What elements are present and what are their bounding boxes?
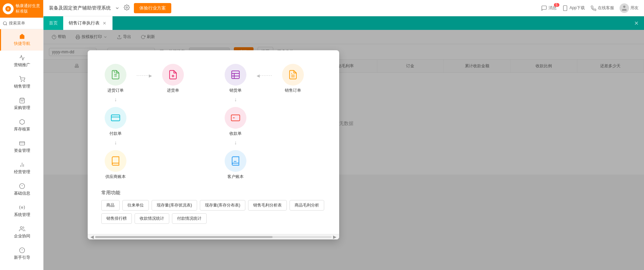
app-download-item[interactable]: App下载 [562, 5, 585, 11]
sidebar-item-base-info[interactable]: 基础信息 [0, 179, 43, 200]
sidebar-item-quick-nav[interactable]: 快捷导航 [0, 29, 43, 51]
flow-node-sales-order[interactable]: 销售订单 [279, 60, 307, 97]
scrollbar-track[interactable] [95, 236, 332, 238]
tab-home-label: 首页 [49, 20, 58, 26]
modal-scrollbar: ◀ ▶ [88, 234, 339, 239]
svg-point-21 [623, 5, 626, 8]
sidebar-item-enterprise[interactable]: 企业协同 [0, 222, 43, 243]
modal-content: 进货订单 ↓ 付款单 [88, 50, 339, 234]
user-name: 用友 [630, 5, 639, 11]
func-btn-3[interactable]: 现存量(库存分布表) [200, 200, 245, 211]
svg-point-18 [126, 7, 128, 8]
func-btn-4[interactable]: 销售毛利分析表 [248, 200, 287, 211]
func-btn-0[interactable]: 商品 [101, 200, 120, 211]
sidebar-item-label: 系统管理 [14, 212, 30, 218]
content-area: 帮助 按模板打印 导出 刷新 ~ [43, 30, 644, 270]
sidebar-item-label: 基础信息 [14, 191, 30, 196]
scrollbar-thumb[interactable] [95, 236, 273, 238]
user-avatar [620, 3, 629, 13]
flow-node-purchase-order[interactable]: 进货订单 [101, 60, 130, 97]
main-area: 装备及固定资产辅助管理系统 体验行业方案 5 消息 App下载 [43, 0, 644, 270]
svg-rect-19 [563, 5, 567, 11]
sidebar-item-label: 资金管理 [14, 148, 30, 154]
sidebar-item-label: 快捷导航 [14, 41, 30, 47]
flow-node-payment[interactable]: 付款单 [101, 104, 130, 140]
svg-point-15 [21, 207, 23, 209]
tab-bar-close[interactable]: ✕ [629, 20, 644, 26]
user-avatar-item[interactable]: 用友 [620, 3, 639, 13]
sidebar-item-business[interactable]: 经营管理 [0, 158, 43, 179]
sidebar-item-label: 销售管理 [14, 84, 30, 89]
func-btn-8[interactable]: 付款情况统计 [172, 213, 207, 224]
sales-bill-label: 销货单 [229, 88, 242, 93]
sidebar-item-sales[interactable]: 销售管理 [0, 72, 43, 93]
online-service-item[interactable]: 在线客服 [590, 5, 614, 11]
svg-rect-33 [111, 115, 120, 121]
scrollbar-left[interactable]: ◀ [89, 234, 95, 239]
tab-bar: 首页 销售订单执行表 ✕ ✕ [43, 16, 644, 30]
svg-point-16 [20, 227, 22, 229]
svg-rect-37 [232, 71, 240, 79]
svg-line-3 [6, 24, 7, 25]
receipt-label: 收款单 [229, 131, 242, 137]
common-funcs: 常用功能 商品 往来单位 现存量(库存状况表) 现存量(库存分布表) 销售毛利分… [101, 190, 326, 224]
sidebar-item-purchase[interactable]: 采购管理 [0, 93, 43, 115]
modal: 进货订单 ↓ 付款单 [88, 50, 339, 239]
sidebar-item-inventory[interactable]: 库存核算 [0, 115, 43, 136]
func-btn-7[interactable]: 收款情况统计 [135, 213, 169, 224]
flow-node-customer[interactable]: 客户账本 [221, 147, 250, 183]
sidebar-item-guide[interactable]: 新手引导 [0, 243, 43, 265]
purchase-order-label: 进货订单 [107, 88, 124, 93]
sidebar-item-marketing[interactable]: 营销推广 [0, 51, 43, 72]
message-icon-item[interactable]: 5 消息 [541, 5, 557, 11]
svg-text:B: B [7, 7, 9, 11]
top-header: 装备及固定资产辅助管理系统 体验行业方案 5 消息 App下载 [43, 0, 644, 16]
logo-text: 畅康通好生意 标准版 [16, 3, 40, 14]
online-service-label: 在线客服 [598, 5, 614, 11]
system-dropdown[interactable] [115, 6, 120, 11]
sidebar-item-label: 营销推广 [14, 62, 30, 68]
logo[interactable]: B 畅康通好生意 标准版 [0, 0, 43, 18]
func-btn-5[interactable]: 商品毛利分析 [290, 200, 324, 211]
sidebar-search-label: 搜索菜单 [9, 20, 25, 26]
system-title: 装备及固定资产辅助管理系统 [49, 5, 111, 11]
purchase-order-circle [105, 64, 126, 86]
svg-point-5 [24, 81, 24, 82]
sidebar-item-label: 企业协同 [14, 233, 30, 239]
tab-sales-order-label: 销售订单执行表 [69, 20, 100, 26]
svg-point-2 [3, 21, 6, 24]
app-download-label: App下载 [570, 5, 585, 11]
svg-point-4 [21, 81, 22, 82]
func-btn-2[interactable]: 现存量(库存状况表) [152, 200, 197, 211]
tab-sales-order[interactable]: 销售订单执行表 ✕ [63, 16, 112, 30]
customer-label: 客户账本 [227, 174, 244, 180]
flow-node-purchase-bill[interactable]: 进货单 [159, 60, 187, 97]
sidebar-item-label: 经营管理 [14, 169, 30, 175]
svg-line-32 [114, 71, 115, 73]
settings-icon[interactable] [124, 4, 130, 12]
sidebar-item-label: 新手引导 [14, 255, 30, 260]
tab-close-icon[interactable]: ✕ [102, 20, 107, 26]
purchase-bill-label: 进货单 [167, 88, 179, 93]
payment-label: 付款单 [109, 131, 122, 137]
sidebar-item-system[interactable]: 系统管理 [0, 200, 43, 222]
try-button[interactable]: 体验行业方案 [134, 3, 171, 13]
modal-overlay[interactable]: 进货订单 ↓ 付款单 [43, 30, 644, 270]
message-badge: 5 [554, 3, 559, 7]
flow-node-supplier[interactable]: 供应商账本 [101, 147, 130, 183]
func-btn-6[interactable]: 销售排行榜 [101, 213, 132, 224]
func-btn-1[interactable]: 往来单位 [122, 200, 149, 211]
tab-home[interactable]: 首页 [43, 16, 63, 30]
sidebar-nav: 快捷导航 营销推广 销售管理 采购管理 库存核算 资金管理 [0, 29, 43, 270]
scrollbar-right[interactable]: ▶ [332, 234, 338, 239]
svg-rect-7 [20, 142, 25, 145]
header-icons: 5 消息 App下载 在线客服 用友 [541, 3, 639, 13]
sidebar-item-finance[interactable]: 资金管理 [0, 136, 43, 158]
common-funcs-title: 常用功能 [101, 190, 326, 196]
func-buttons: 商品 往来单位 现存量(库存状况表) 现存量(库存分布表) 销售毛利分析表 商品… [101, 200, 326, 224]
sidebar-search[interactable]: 搜索菜单 [0, 18, 43, 29]
flow-node-receipt[interactable]: 收款单 [221, 104, 250, 140]
sidebar: B 畅康通好生意 标准版 搜索菜单 快捷导航 营销推广 销售管理 [0, 0, 43, 270]
sidebar-item-label: 库存核算 [14, 126, 30, 132]
flow-node-sales-bill[interactable]: 销货单 [221, 60, 250, 97]
